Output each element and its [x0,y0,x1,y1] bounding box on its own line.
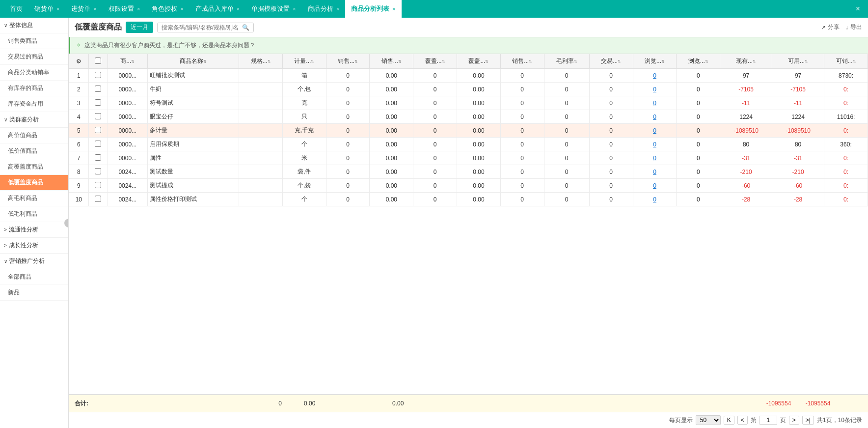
cell-browse1[interactable]: 0 [633,96,677,110]
col-header-cover1[interactable]: 覆盖... ⇅ [413,54,457,69]
nav-item-权限设置[interactable]: 权限设置× [103,0,146,18]
cell-checkbox[interactable] [88,179,108,193]
cell-checkbox[interactable] [88,69,108,83]
row-checkbox[interactable] [95,127,101,133]
col-header-sales_qty[interactable]: 销售... ⇅ [326,54,370,69]
nav-item-角色授权[interactable]: 角色授权× [146,0,189,18]
row-checkbox[interactable] [95,196,101,202]
col-header-trade[interactable]: 交易... ⇅ [589,54,633,69]
cell-checkbox[interactable] [88,138,108,151]
export-button[interactable]: ↓ 导出 [845,23,862,31]
col-header-sellable[interactable]: 可销... ⇅ [824,54,868,69]
cell-checkbox[interactable] [88,110,108,124]
row-checkbox[interactable] [95,141,101,147]
row-checkbox[interactable] [95,86,101,92]
sidebar-item-有库存的商品[interactable]: 有库存的商品 [0,81,68,96]
row-checkbox[interactable] [95,168,101,174]
nav-item-商品分析列表[interactable]: 商品分析列表× [345,0,401,18]
browse-link[interactable]: 0 [653,86,656,93]
col-header-available[interactable]: 可用... ⇅ [772,54,824,69]
cell-checkbox[interactable] [88,83,108,96]
sidebar-item-低价值商品[interactable]: 低价值商品 [0,143,68,159]
row-checkbox[interactable] [95,113,101,119]
sidebar-item-销售类商品[interactable]: 销售类商品 [0,33,68,49]
nav-item-单据模板设置[interactable]: 单据模板设置× [245,0,301,18]
row-checkbox[interactable] [95,182,101,188]
browse-link[interactable]: 0 [653,72,656,79]
page-number-input[interactable] [760,416,777,425]
browse-link[interactable]: 0 [653,155,656,162]
period-button[interactable]: 近一月 [126,22,153,33]
browse-link[interactable]: 0 [653,114,656,120]
data-table-wrapper[interactable]: ⚙商... ⇅商品名称 ⇅规格... ⇅计量... ⇅销售... ⇅销售... … [69,54,868,394]
sidebar-item-新品[interactable]: 新品 [0,285,68,301]
share-button[interactable]: ↗ 分享 [821,23,840,31]
window-close-btn[interactable]: × [852,4,864,13]
sidebar-item-商品分类动销率[interactable]: 商品分类动销率 [0,65,68,81]
nav-close-icon[interactable]: × [180,6,183,12]
sidebar-item-交易过的商品[interactable]: 交易过的商品 [0,49,68,65]
settings-icon[interactable]: ⚙ [76,58,81,65]
sidebar-section-流通性分析[interactable]: >流通性分析 [0,222,68,238]
col-header-sales2[interactable]: 销售... ⇅ [500,54,544,69]
browse-link[interactable]: 0 [653,196,656,203]
sidebar-item-低毛利商品[interactable]: 低毛利商品 [0,206,68,222]
nav-close-icon[interactable]: × [56,6,59,12]
sidebar-section-营销推广分析[interactable]: ∨营销推广分析 [0,254,68,269]
cell-browse1[interactable]: 0 [633,179,677,193]
sidebar-item-高价值商品[interactable]: 高价值商品 [0,128,68,143]
browse-link[interactable]: 0 [653,141,656,148]
search-input[interactable] [162,24,240,31]
cell-browse1[interactable]: 0 [633,124,677,138]
sidebar-section-整体信息[interactable]: ∨整体信息 [0,18,68,33]
col-header-current[interactable]: 现有... ⇅ [720,54,772,69]
col-header-cover2[interactable]: 覆盖... ⇅ [457,54,501,69]
col-header-name[interactable]: 商品名称 ⇅ [147,54,239,69]
nav-close-icon[interactable]: × [392,6,395,12]
cell-checkbox[interactable] [88,151,108,165]
browse-link[interactable]: 0 [653,169,656,175]
last-page-btn[interactable]: >| [802,416,814,425]
cell-browse1[interactable]: 0 [633,193,677,206]
row-checkbox[interactable] [95,99,101,106]
cell-checkbox[interactable] [88,96,108,110]
browse-link[interactable]: 0 [653,182,656,189]
nav-item-销货单[interactable]: 销货单× [28,0,65,18]
nav-close-icon[interactable]: × [293,6,296,12]
page-size-select[interactable]: 2050100 [696,415,721,425]
cell-browse1[interactable]: 0 [633,151,677,165]
col-header-unit[interactable]: 计量... ⇅ [282,54,326,69]
sidebar-item-高覆盖度商品[interactable]: 高覆盖度商品 [0,159,68,175]
nav-close-icon[interactable]: × [137,6,140,12]
sidebar-section-类群鉴分析[interactable]: ∨类群鉴分析 [0,112,68,128]
cell-checkbox[interactable] [88,193,108,206]
col-header-browse2[interactable]: 浏览... ⇅ [677,54,720,69]
nav-item-首页[interactable]: 首页 [4,0,28,18]
sidebar-item-全部商品[interactable]: 全部商品 [0,269,68,285]
cell-browse1[interactable]: 0 [633,83,677,96]
cell-checkbox[interactable] [88,165,108,179]
cell-browse1[interactable]: 0 [633,110,677,124]
cell-browse1[interactable]: 0 [633,138,677,151]
cell-checkbox[interactable] [88,124,108,138]
search-icon[interactable]: 🔍 [242,24,249,31]
nav-close-icon[interactable]: × [93,6,96,12]
nav-close-icon[interactable]: × [237,6,240,12]
nav-item-商品分析[interactable]: 商品分析× [302,0,345,18]
sidebar-item-高毛利商品[interactable]: 高毛利商品 [0,191,68,206]
select-all-checkbox[interactable] [95,57,101,64]
first-page-btn[interactable]: K [724,416,734,425]
sidebar-section-成长性分析[interactable]: >成长性分析 [0,238,68,254]
sidebar-item-低覆盖度商品[interactable]: 低覆盖度商品 [0,175,68,191]
col-header-gross[interactable]: 毛利率 ⇅ [544,54,589,69]
cell-browse1[interactable]: 0 [633,69,677,83]
nav-item-进货单[interactable]: 进货单× [65,0,102,18]
nav-item-产成品入库单[interactable]: 产成品入库单× [190,0,245,18]
browse-link[interactable]: 0 [653,100,656,107]
col-header-spec[interactable]: 规格... ⇅ [239,54,283,69]
sidebar-item-库存资金占用[interactable]: 库存资金占用 [0,96,68,112]
next-page-btn[interactable]: > [789,416,799,425]
col-header-code[interactable]: 商... ⇅ [108,54,147,69]
row-checkbox[interactable] [95,154,101,161]
row-checkbox[interactable] [95,72,101,78]
